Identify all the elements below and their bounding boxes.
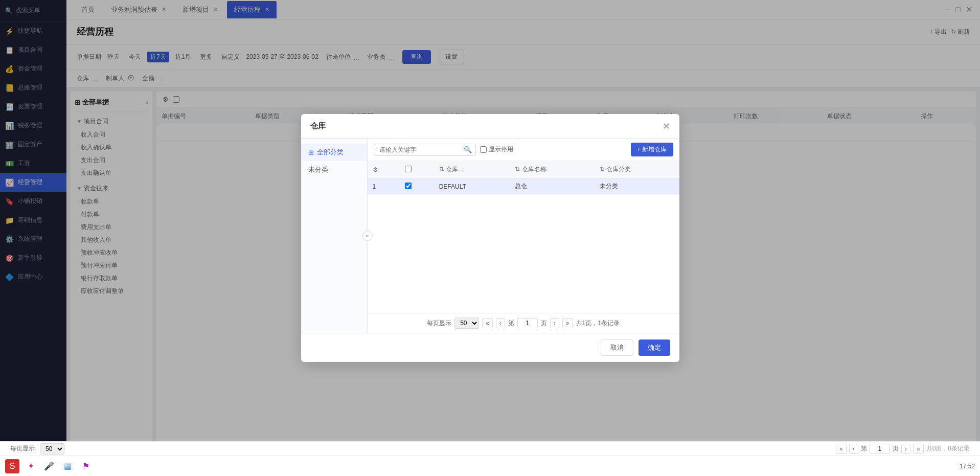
prev-page-btn[interactable]: ‹: [849, 444, 858, 454]
unclassified-label: 未分类: [308, 166, 328, 173]
col-code-label: 仓库...: [446, 166, 463, 173]
modal-select-all[interactable]: [405, 166, 412, 172]
modal-search-icon: 🔍: [464, 146, 472, 153]
bottom-bar: 每页显示 50 « ‹ 第 页 › » 共0页，0条记录: [66, 441, 980, 456]
modal-overlay: 仓库 ✕ ⊞ 全部分类 未分类 «: [0, 0, 980, 476]
modal-search-input[interactable]: [374, 144, 476, 156]
modal-table-body: 1 DEFAULT 总仓 未分类: [368, 178, 679, 195]
modal-col-name[interactable]: ⇅ 仓库名称: [510, 161, 595, 178]
taskbar-time: 17:52: [960, 463, 975, 470]
grid-icon-modal: ⊞: [308, 149, 314, 156]
col-name-label: 仓库名称: [522, 166, 546, 173]
modal-col-code[interactable]: ⇅ 仓库...: [434, 161, 510, 178]
bottom-pagination: « ‹ 第 页 › » 共0页，0条记录: [836, 444, 970, 454]
cancel-button[interactable]: 取消: [601, 339, 633, 356]
modal-body: ⊞ 全部分类 未分类 « 🔍: [301, 139, 679, 333]
taskbar-icon-2[interactable]: ✦: [24, 459, 38, 473]
taskbar-icon-4[interactable]: ▦: [60, 459, 75, 473]
page-number-input[interactable]: [870, 444, 890, 454]
next-page-btn[interactable]: ›: [901, 444, 910, 454]
modal-close-button[interactable]: ✕: [663, 122, 670, 131]
sort-category-icon: ⇅: [600, 166, 605, 173]
first-page-btn[interactable]: «: [836, 444, 847, 454]
page-prefix-label: 第: [861, 444, 867, 453]
all-category-label: 全部分类: [317, 148, 344, 157]
modal-search-wrap: 🔍: [374, 144, 476, 156]
modal-pagination: 每页显示 50 « ‹ 第 页 › » 共1页，1条记录: [368, 313, 679, 333]
modal-category-unclassified[interactable]: 未分类: [301, 161, 367, 178]
taskbar-icon-5[interactable]: ⚑: [79, 459, 93, 473]
modal-toolbar: 🔍 显示停用 + 新增仓库: [368, 139, 679, 161]
modal-per-page-select[interactable]: 50: [454, 318, 479, 329]
taskbar-icon-1[interactable]: S: [5, 459, 19, 473]
show-disabled-checkbox[interactable]: [480, 146, 487, 153]
modal-footer: 取消 确定: [301, 333, 679, 362]
taskbar-icons: S ✦ 🎤 ▦ ⚑: [5, 459, 93, 473]
modal-table-header: ⚙ ⇅ 仓库... ⇅: [368, 161, 679, 178]
sort-up-icon: ⇅: [439, 166, 444, 173]
show-disabled-label: 显示停用: [489, 145, 513, 154]
modal-left-panel: ⊞ 全部分类 未分类: [301, 139, 368, 333]
modal-left-collapse-btn[interactable]: «: [362, 231, 373, 241]
modal-row-checkbox[interactable]: [405, 183, 412, 189]
add-warehouse-button[interactable]: + 新增仓库: [631, 143, 673, 156]
modal-right-panel: 🔍 显示停用 + 新增仓库 ⚙: [368, 139, 679, 333]
page-total-info: 共0页，0条记录: [926, 444, 970, 453]
confirm-button[interactable]: 确定: [639, 339, 670, 356]
settings-col-icon[interactable]: ⚙: [373, 166, 378, 173]
modal-row-num: 1: [368, 178, 400, 195]
col-category-label: 仓库分类: [606, 166, 631, 173]
modal-title: 仓库: [310, 121, 326, 131]
taskbar: S ✦ 🎤 ▦ ⚑ 17:52: [0, 456, 980, 476]
modal-total-info: 共1页，1条记录: [576, 319, 620, 328]
modal-row-name: 总仓: [510, 178, 595, 195]
sort-name-icon: ⇅: [515, 166, 520, 173]
last-page-btn[interactable]: »: [913, 444, 924, 454]
modal-col-settings: ⚙: [368, 161, 400, 178]
modal-first-btn[interactable]: «: [482, 318, 493, 328]
page-suffix-label: 页: [893, 444, 899, 453]
modal-next-btn[interactable]: ›: [550, 318, 559, 328]
modal-left-wrapper: ⊞ 全部分类 未分类 «: [301, 139, 368, 333]
modal-category-all[interactable]: ⊞ 全部分类: [301, 144, 367, 161]
modal-last-btn[interactable]: »: [562, 318, 573, 328]
modal-page-suffix: 页: [541, 319, 547, 328]
modal-prev-btn[interactable]: ‹: [496, 318, 505, 328]
taskbar-icon-3[interactable]: 🎤: [42, 459, 56, 473]
modal-table-container: ⚙ ⇅ 仓库... ⇅: [368, 161, 679, 313]
modal-row-category: 未分类: [595, 178, 679, 195]
modal-col-checkbox: [400, 161, 434, 178]
show-disabled-checkbox-label[interactable]: 显示停用: [480, 145, 513, 154]
modal-page-input[interactable]: [517, 318, 538, 328]
modal-page-label: 第: [508, 319, 514, 328]
modal-row-code: DEFAULT: [434, 178, 510, 195]
modal-table-row[interactable]: 1 DEFAULT 总仓 未分类: [368, 178, 679, 195]
modal-table: ⚙ ⇅ 仓库... ⇅: [368, 161, 679, 195]
modal-col-category[interactable]: ⇅ 仓库分类: [595, 161, 679, 178]
modal-row-checkbox-cell[interactable]: [400, 178, 434, 195]
modal-header: 仓库 ✕: [301, 114, 679, 139]
warehouse-modal: 仓库 ✕ ⊞ 全部分类 未分类 «: [301, 114, 679, 362]
modal-per-page-label: 每页显示: [427, 319, 451, 328]
